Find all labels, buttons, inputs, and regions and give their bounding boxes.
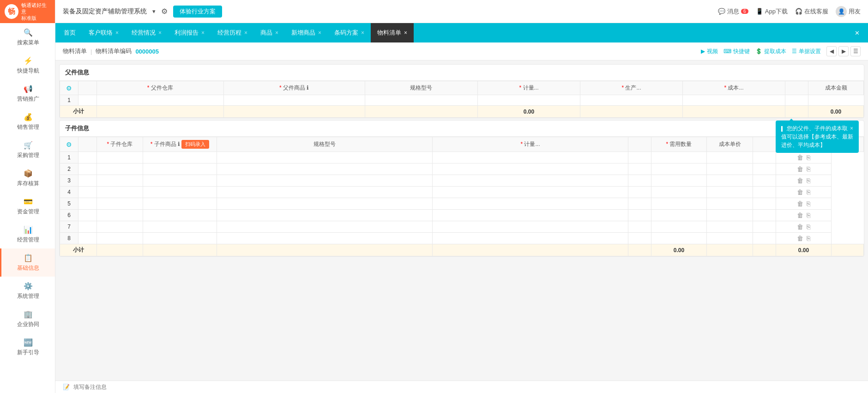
tab-close-customer[interactable]: × bbox=[115, 30, 119, 36]
parent-row1-unit[interactable] bbox=[365, 95, 477, 106]
sidebar-item-operation[interactable]: 📊 经营管理 bbox=[0, 220, 55, 248]
message-button[interactable]: 💬 消息 6 bbox=[718, 7, 748, 16]
scan-button[interactable]: 扫码录入 bbox=[181, 140, 209, 149]
tab-close-operations[interactable]: × bbox=[158, 30, 162, 36]
parent-col-production: * 生产... bbox=[580, 81, 683, 95]
tab-close-all[interactable]: ✕ bbox=[848, 23, 866, 42]
child-subtotal-label: 小计 bbox=[60, 244, 97, 256]
delete-icon-6[interactable]: 🗑 bbox=[797, 212, 803, 219]
action-shortcut[interactable]: ⌨ 快捷键 bbox=[723, 48, 750, 55]
sidebar-nav: 🔍 搜索菜单 ⚡ 快捷导航 📢 营销推广 💰 销售管理 🛒 采购管理 📦 库存核… bbox=[0, 23, 55, 393]
copy-icon-5[interactable]: ⎘ bbox=[807, 200, 810, 207]
view-icon: ▶ bbox=[701, 48, 705, 54]
child-col-warehouse: * 子件仓库 bbox=[97, 137, 143, 152]
tab-profit[interactable]: 利润报告 × bbox=[168, 23, 211, 42]
sidebar-item-quick-nav[interactable]: ⚡ 快捷导航 bbox=[0, 51, 55, 79]
child-subtotal-amount: 0.00 bbox=[776, 244, 832, 256]
tab-history[interactable]: 经营历程 × bbox=[211, 23, 254, 42]
copy-icon-2[interactable]: ⎘ bbox=[807, 165, 810, 173]
topbar: 装备及固定资产辅助管理系统 ▾ ⚙ 体验行业方案 💬 消息 6 📱 App下载 … bbox=[55, 0, 868, 23]
dropdown-icon[interactable]: ▾ bbox=[152, 8, 156, 15]
tab-close-new-goods[interactable]: × bbox=[318, 30, 321, 36]
copy-icon-7[interactable]: ⎘ bbox=[807, 223, 810, 230]
delete-icon-8[interactable]: 🗑 bbox=[797, 235, 803, 242]
content-area: 物料清单 | 物料清单编码 0000005 ▶ 视频 ⌨ 快捷键 💲 提取成本 bbox=[55, 42, 868, 393]
settings-gear-icon[interactable]: ⚙ bbox=[66, 85, 72, 92]
tab-goods[interactable]: 商品 × bbox=[254, 23, 285, 42]
parent-row1-num: 1 bbox=[60, 95, 78, 106]
parent-row1-goods[interactable] bbox=[97, 95, 224, 106]
finance-icon: 💳 bbox=[24, 197, 33, 206]
parent-row1-production[interactable] bbox=[478, 95, 580, 106]
child-row: 4 🗑 ⎘ bbox=[60, 187, 864, 198]
sidebar-item-marketing[interactable]: 📢 营销推广 bbox=[0, 79, 55, 108]
sidebar-item-inventory[interactable]: 📦 库存核算 bbox=[0, 164, 55, 192]
tab-operations[interactable]: 经营情况 × bbox=[125, 23, 168, 42]
parent-subtotal-label: 小计 bbox=[60, 106, 97, 118]
user-button[interactable]: 👤 用友 bbox=[836, 6, 861, 17]
message-badge: 6 bbox=[741, 9, 748, 14]
parent-row1-cost[interactable] bbox=[580, 95, 683, 106]
tab-close-material[interactable]: × bbox=[404, 30, 407, 36]
sidebar-item-system[interactable]: ⚙️ 系统管理 bbox=[0, 277, 55, 305]
parent-subtotal-unit: 0.00 bbox=[478, 106, 580, 118]
child-col-unit: * 计量... bbox=[432, 137, 628, 152]
parent-section-title: 父件信息 bbox=[60, 65, 864, 81]
child-col-unit-cost: 成本单价 bbox=[707, 137, 753, 152]
user-icon: 👤 bbox=[836, 6, 847, 17]
sidebar-item-enterprise[interactable]: 🏢 企业协同 bbox=[0, 305, 55, 333]
action-cost[interactable]: 💲 提取成本 bbox=[755, 48, 786, 55]
settings-icon[interactable]: ⚙ bbox=[161, 7, 168, 16]
sidebar-item-basic-info[interactable]: 📋 基础信息 bbox=[0, 248, 55, 277]
tab-close-goods[interactable]: × bbox=[275, 30, 278, 36]
copy-icon-8[interactable]: ⎘ bbox=[807, 235, 810, 242]
parent-col-unit: * 计量... bbox=[478, 81, 580, 95]
topbar-right: 💬 消息 6 📱 App下载 🎧 在线客服 👤 用友 bbox=[718, 6, 861, 17]
sidebar-item-guide[interactable]: 🆕 新手引导 bbox=[0, 333, 55, 361]
sidebar-item-sales[interactable]: 💰 销售管理 bbox=[0, 108, 55, 136]
child-row3-actions: 🗑 ⎘ bbox=[776, 175, 832, 187]
child-settings-gear-icon[interactable]: ⚙ bbox=[66, 141, 72, 148]
parent-row1-warehouse[interactable] bbox=[78, 95, 97, 106]
parent-col-settings[interactable]: ⚙ bbox=[60, 81, 78, 95]
breadcrumb-item1: 物料清单 bbox=[63, 47, 87, 55]
note-input[interactable] bbox=[73, 384, 861, 390]
tab-close-history[interactable]: × bbox=[244, 30, 247, 36]
tab-material[interactable]: 物料清单 × bbox=[371, 23, 414, 42]
delete-icon-3[interactable]: 🗑 bbox=[797, 177, 803, 184]
tab-home[interactable]: 首页 bbox=[57, 23, 82, 42]
copy-icon-4[interactable]: ⎘ bbox=[807, 188, 810, 196]
nav-next-btn[interactable]: ▶ bbox=[838, 46, 849, 56]
nav-prev-btn[interactable]: ◀ bbox=[826, 46, 837, 56]
parent-col-extra bbox=[785, 81, 808, 95]
delete-icon-2[interactable]: 🗑 bbox=[797, 165, 803, 173]
copy-icon-6[interactable]: ⎘ bbox=[807, 212, 810, 219]
experience-button[interactable]: 体验行业方案 bbox=[173, 6, 222, 18]
tab-new-goods[interactable]: 新增商品 × bbox=[285, 23, 328, 42]
delete-icon-5[interactable]: 🗑 bbox=[797, 200, 803, 207]
copy-icon-1[interactable]: ⎘ bbox=[807, 154, 810, 161]
shortcut-icon: ⌨ bbox=[723, 48, 731, 54]
online-service-button[interactable]: 🎧 在线客服 bbox=[795, 7, 828, 16]
tab-close-profit[interactable]: × bbox=[201, 30, 205, 36]
tooltip-close-button[interactable]: × bbox=[850, 124, 853, 133]
action-single-setting[interactable]: ☰ 单据设置 bbox=[792, 48, 821, 55]
tab-close-barcode[interactable]: × bbox=[361, 30, 364, 36]
parent-row1-spec[interactable] bbox=[223, 95, 365, 106]
delete-icon-4[interactable]: 🗑 bbox=[797, 188, 803, 196]
copy-icon-3[interactable]: ⎘ bbox=[807, 177, 810, 184]
delete-icon-7[interactable]: 🗑 bbox=[797, 223, 803, 230]
sidebar-item-search[interactable]: 🔍 搜索菜单 bbox=[0, 23, 55, 51]
app-download-button[interactable]: 📱 App下载 bbox=[756, 7, 788, 16]
sidebar-item-purchase[interactable]: 🛒 采购管理 bbox=[0, 136, 55, 164]
delete-icon-1[interactable]: 🗑 bbox=[797, 154, 803, 161]
parent-row-1: 1 bbox=[60, 95, 864, 106]
parent-table: ⚙ * 父件仓库 * 父件商品 ℹ 规格型号 * 计量... * 生产... *… bbox=[60, 81, 864, 118]
sidebar-item-finance[interactable]: 💳 资金管理 bbox=[0, 192, 55, 220]
tab-customer[interactable]: 客户联络 × bbox=[82, 23, 125, 42]
tab-barcode[interactable]: 条码方案 × bbox=[328, 23, 371, 42]
nav-menu-btn[interactable]: ☰ bbox=[850, 46, 861, 56]
service-icon: 🎧 bbox=[795, 8, 802, 15]
action-view[interactable]: ▶ 视频 bbox=[701, 48, 718, 55]
child-col-settings[interactable]: ⚙ bbox=[60, 137, 78, 152]
